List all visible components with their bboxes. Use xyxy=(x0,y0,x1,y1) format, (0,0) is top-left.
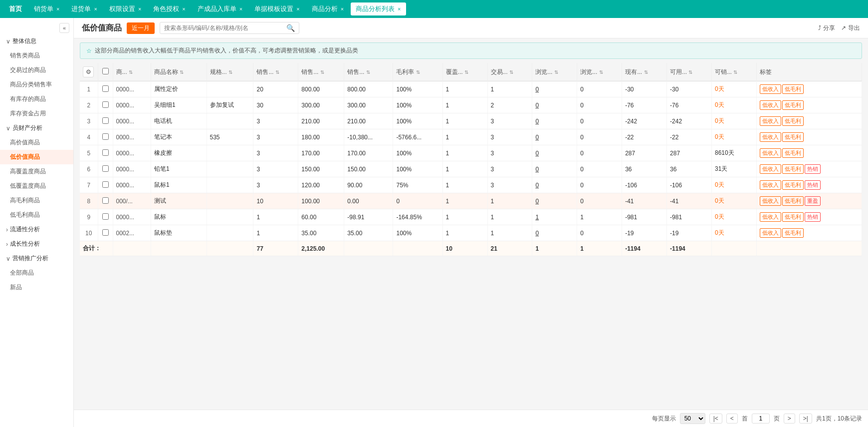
row-checkbox[interactable] xyxy=(102,229,109,236)
row-name[interactable]: 鼠标垫 xyxy=(151,225,207,241)
sidebar-item-high-value[interactable]: 高价值商品 xyxy=(0,135,73,150)
row-checkbox[interactable] xyxy=(102,165,109,172)
close-icon[interactable]: × xyxy=(182,6,185,12)
row-checkbox[interactable] xyxy=(102,149,109,156)
row-browse2: 0 xyxy=(577,177,622,193)
column-settings-btn[interactable]: ⚙ xyxy=(83,66,94,77)
nav-template[interactable]: 单据模板设置 × xyxy=(249,2,304,15)
row-name[interactable]: 电话机 xyxy=(151,113,207,129)
col-code[interactable]: 商... ⇅ xyxy=(113,63,151,81)
row-code[interactable]: 0002... xyxy=(113,225,151,241)
nav-permission[interactable]: 权限设置 × xyxy=(104,2,146,15)
col-sale2[interactable]: 销售... ⇅ xyxy=(298,63,344,81)
nav-role-auth[interactable]: 角色授权 × xyxy=(148,2,190,15)
sidebar-group-growth[interactable]: › 成长性分析 xyxy=(0,237,73,251)
nav-purchase-order[interactable]: 进货单 × xyxy=(66,2,102,15)
row-name[interactable]: 属性定价 xyxy=(151,81,207,97)
row-code[interactable]: 0000... xyxy=(113,145,151,161)
page-input[interactable] xyxy=(752,414,770,424)
row-code[interactable]: 0000... xyxy=(113,81,151,97)
row-checkbox[interactable] xyxy=(102,181,109,188)
row-name[interactable]: 鼠标1 xyxy=(151,177,207,193)
row-sale3: 150.00 xyxy=(344,161,393,177)
row-checkbox[interactable] xyxy=(102,117,109,124)
row-checkbox[interactable] xyxy=(102,133,109,140)
sidebar-item-high-margin[interactable]: 高毛利商品 xyxy=(0,193,73,208)
sidebar-item-sales-goods[interactable]: 销售类商品 xyxy=(0,48,73,63)
row-current: 287 xyxy=(622,145,667,161)
col-sale3[interactable]: 销售... ⇅ xyxy=(344,63,393,81)
nav-product-analysis-list[interactable]: 商品分析列表 × xyxy=(351,2,406,15)
sidebar-group-financial[interactable]: ∨ 员财产分析 xyxy=(0,121,73,135)
row-checkbox[interactable] xyxy=(102,197,109,204)
sidebar-group-overall[interactable]: ∨ 整体信息 xyxy=(0,34,73,48)
close-icon[interactable]: × xyxy=(239,6,242,12)
row-code[interactable]: 0000... xyxy=(113,209,151,225)
row-code[interactable]: 0000... xyxy=(113,113,151,129)
nav-product-in[interactable]: 产成品入库单 × xyxy=(193,2,247,15)
row-sale1: 3 xyxy=(253,113,298,129)
close-icon[interactable]: × xyxy=(398,6,401,12)
nav-product-analysis[interactable]: 商品分析 × xyxy=(307,2,349,15)
search-input[interactable] xyxy=(164,24,286,31)
select-all-checkbox[interactable] xyxy=(102,68,109,74)
row-code[interactable]: 0000... xyxy=(113,97,151,113)
sidebar-item-new-goods[interactable]: 新品 xyxy=(0,280,73,295)
sidebar-collapse-btn[interactable]: « xyxy=(59,23,69,33)
row-name[interactable]: 笔记本 xyxy=(151,129,207,145)
first-page-btn[interactable]: |< xyxy=(709,414,722,424)
sidebar-item-high-coverage[interactable]: 高覆盖度商品 xyxy=(0,164,73,179)
row-code[interactable]: 000/... xyxy=(113,193,151,209)
col-available[interactable]: 可用... ⇅ xyxy=(667,63,712,81)
col-trade[interactable]: 交易... ⇅ xyxy=(487,63,532,81)
nav-home[interactable]: 首页 xyxy=(4,2,27,15)
col-coverage[interactable]: 覆盖... ⇅ xyxy=(442,63,487,81)
col-current[interactable]: 现有... ⇅ xyxy=(622,63,667,81)
row-spec xyxy=(207,225,253,241)
close-icon[interactable]: × xyxy=(296,6,299,12)
sidebar-item-low-coverage[interactable]: 低覆盖度商品 xyxy=(0,179,73,193)
row-code[interactable]: 0000... xyxy=(113,161,151,177)
row-name[interactable]: 铅笔1 xyxy=(151,161,207,177)
row-sale1: 30 xyxy=(253,97,298,113)
col-gross-rate[interactable]: 毛利率 ⇅ xyxy=(393,63,442,81)
sidebar-item-low-margin[interactable]: 低毛利商品 xyxy=(0,208,73,222)
row-checkbox[interactable] xyxy=(102,213,109,220)
share-btn[interactable]: ⤴ 分享 xyxy=(818,24,835,32)
close-icon[interactable]: × xyxy=(138,6,141,12)
export-btn[interactable]: ↗ 导出 xyxy=(841,24,860,32)
row-checkbox[interactable] xyxy=(102,85,109,92)
search-icon[interactable]: 🔍 xyxy=(286,24,295,32)
col-sale1[interactable]: 销售... ⇅ xyxy=(253,63,298,81)
table-row: 8 000/... 测试 10 100.00 0.00 0 1 1 0 0 -4… xyxy=(80,193,862,209)
col-name[interactable]: 商品名称 ⇅ xyxy=(151,63,207,81)
col-browse1[interactable]: 浏览... ⇅ xyxy=(532,63,577,81)
row-name[interactable]: 吴细细1 xyxy=(151,97,207,113)
close-icon[interactable]: × xyxy=(341,6,344,12)
per-page-select[interactable]: 50 100 200 xyxy=(680,413,705,424)
col-saleable[interactable]: 可销... ⇅ xyxy=(711,63,756,81)
next-page-btn[interactable]: > xyxy=(784,414,795,424)
row-code[interactable]: 0000... xyxy=(113,177,151,193)
row-name[interactable]: 鼠标 xyxy=(151,209,207,225)
sidebar-group-marketing[interactable]: ∨ 营销推广分析 xyxy=(0,251,73,266)
row-name[interactable]: 测试 xyxy=(151,193,207,209)
close-icon[interactable]: × xyxy=(94,6,97,12)
sidebar-group-circulation[interactable]: › 流通性分析 xyxy=(0,222,73,237)
last-page-btn[interactable]: >| xyxy=(799,414,812,424)
row-checkbox[interactable] xyxy=(102,101,109,108)
col-browse2[interactable]: 浏览... ⇅ xyxy=(577,63,622,81)
sidebar-item-category-rate[interactable]: 商品分类销售率 xyxy=(0,77,73,92)
sidebar-item-inventory-fund[interactable]: 库存资金占用 xyxy=(0,106,73,121)
col-spec[interactable]: 规格... ⇅ xyxy=(207,63,253,81)
close-icon[interactable]: × xyxy=(56,6,59,12)
sidebar-item-all-goods[interactable]: 全部商品 xyxy=(0,266,73,280)
row-code[interactable]: 0000... xyxy=(113,129,151,145)
prev-page-btn[interactable]: < xyxy=(726,414,738,424)
sidebar-item-low-value[interactable]: 低价值商品 xyxy=(0,150,73,164)
row-name[interactable]: 橡皮擦 xyxy=(151,145,207,161)
nav-sales-order[interactable]: 销货单 × xyxy=(29,2,64,15)
sidebar-item-traded-goods[interactable]: 交易过的商品 xyxy=(0,63,73,77)
sidebar-item-stock-goods[interactable]: 有库存的商品 xyxy=(0,92,73,106)
filter-recent-month-btn[interactable]: 近一月 xyxy=(127,22,155,34)
